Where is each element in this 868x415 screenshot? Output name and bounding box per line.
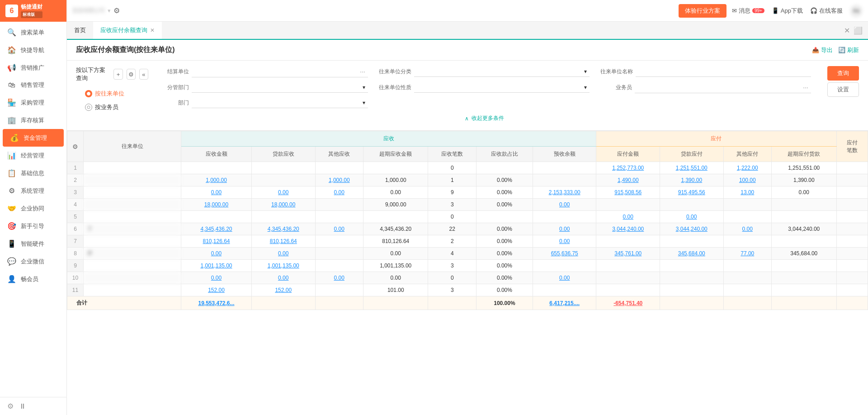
cell-ap-loan[interactable]	[660, 235, 724, 248]
dept-select[interactable]: ▾	[192, 82, 368, 93]
sidebar-item-search[interactable]: 🔍 搜索菜单	[0, 24, 66, 41]
tab-close-btn[interactable]: ✕	[150, 27, 155, 33]
search-option-partner[interactable]: 按往来单位	[81, 88, 148, 100]
cell-ar-other[interactable]	[315, 235, 363, 248]
cell-ap-amount[interactable]	[596, 235, 660, 248]
cell-ar-other[interactable]: 1,000.00	[315, 174, 363, 186]
cell-ap-loan[interactable]: 345,684.00	[660, 248, 724, 260]
header-gear-btn[interactable]: ⚙	[113, 6, 120, 15]
sidebar-item-member[interactable]: 👤 畅会员	[0, 270, 66, 288]
sidebar-item-finance[interactable]: 💰 资金管理	[3, 129, 64, 147]
cell-ar-other[interactable]	[315, 260, 363, 272]
cell-ar-amount[interactable]: 0.00	[181, 272, 252, 284]
cell-ar-loan[interactable]: 0.00	[251, 186, 315, 199]
cell-ap-loan[interactable]: 0.00	[660, 211, 724, 223]
cell-ap-other[interactable]	[723, 260, 771, 272]
cell-ar-prepay[interactable]: 0.00	[533, 223, 596, 235]
cell-ar-other[interactable]: 0.00	[315, 272, 363, 284]
sidebar-item-purchase[interactable]: 🏪 采购管理	[0, 94, 66, 111]
cell-ap-amount[interactable]	[596, 199, 660, 211]
export-btn[interactable]: 📤 导出	[812, 46, 833, 54]
cell-ap-amount[interactable]: 1,490.00	[596, 174, 660, 186]
cell-ap-other[interactable]	[723, 199, 771, 211]
cell-ap-other[interactable]	[723, 211, 771, 223]
cell-ar-other[interactable]	[315, 199, 363, 211]
footer-collapse-btn[interactable]: ⏸	[19, 402, 26, 410]
cell-ar-prepay[interactable]	[533, 284, 596, 296]
cell-ar-amount[interactable]: 1,001,135.00	[181, 260, 252, 272]
table-wrapper[interactable]: ⚙ 往来单位 应收 应付 应付笔数 应收金额 贷款应收 其他应收 超期应收金额 …	[67, 131, 868, 415]
refresh-btn[interactable]: 🔄 刷新	[838, 46, 859, 54]
solution-button[interactable]: 体验行业方案	[679, 4, 726, 18]
user-avatar[interactable]: Rit	[850, 5, 863, 17]
cell-ap-loan[interactable]: 1,251,551.00	[660, 162, 724, 174]
cell-ar-loan[interactable]	[251, 162, 315, 174]
sidebar-item-operations[interactable]: 📊 经营管理	[0, 147, 66, 164]
cell-ar-loan[interactable]: 1,001,135.00	[251, 260, 315, 272]
message-btn[interactable]: ✉ 消息 99+	[732, 7, 764, 15]
cell-ar-other[interactable]	[315, 211, 363, 223]
sidebar-item-marketing[interactable]: 📢 营销推广	[0, 59, 66, 76]
cell-ap-other[interactable]: 1,222.00	[723, 162, 771, 174]
cell-ar-loan[interactable]: 4,345,436.20	[251, 223, 315, 235]
cell-ar-amount[interactable]	[181, 162, 252, 174]
cell-ar-loan[interactable]	[251, 211, 315, 223]
cell-ap-loan[interactable]: 1,390.00	[660, 174, 724, 186]
cell-ar-amount[interactable]: 1,000.00	[181, 174, 252, 186]
cell-ap-amount[interactable]: 1,252,773.00	[596, 162, 660, 174]
cell-ar-prepay[interactable]: 0.00	[533, 199, 596, 211]
cell-ap-other[interactable]: 100.00	[723, 174, 771, 186]
collapse-more-btn[interactable]: ∧ 收起更多条件	[157, 112, 811, 125]
tab-close-window-btn[interactable]: ✕	[844, 26, 850, 35]
cell-ap-other[interactable]	[723, 272, 771, 284]
sidebar-item-basic[interactable]: 📋 基础信息	[0, 164, 66, 182]
cell-ar-prepay[interactable]	[533, 174, 596, 186]
cell-ar-loan[interactable]: 18,000.00	[251, 199, 315, 211]
cell-ap-loan[interactable]	[660, 260, 724, 272]
sidebar-item-shortcut[interactable]: 🏠 快捷导航	[0, 41, 66, 59]
cell-ar-prepay[interactable]: 0.00	[533, 235, 596, 248]
search-option-salesperson[interactable]: 按业务员	[81, 101, 148, 113]
sidebar-item-corp[interactable]: 🤝 企业协同	[0, 200, 66, 217]
cell-ar-other[interactable]	[315, 162, 363, 174]
footer-ap-total[interactable]: -654,751.40	[596, 296, 660, 310]
cell-ar-prepay[interactable]: 655,636.75	[533, 248, 596, 260]
unit-category-select[interactable]: ▾	[414, 67, 590, 77]
cell-ap-other[interactable]: 13.00	[723, 186, 771, 199]
tab-ar-query[interactable]: 应收应付余额查询 ✕	[93, 22, 162, 40]
cell-ap-amount[interactable]: 0.00	[596, 211, 660, 223]
cell-ar-other[interactable]: 0.00	[315, 186, 363, 199]
cell-ap-amount[interactable]	[596, 272, 660, 284]
cell-ap-other[interactable]	[723, 284, 771, 296]
salesperson-picker[interactable]: ···	[803, 84, 808, 91]
cell-ar-prepay[interactable]	[533, 162, 596, 174]
cell-ar-loan[interactable]: 810,126.64	[251, 235, 315, 248]
cell-ar-prepay[interactable]: 2,153,333.00	[533, 186, 596, 199]
cell-ar-other[interactable]	[315, 248, 363, 260]
unit-name-input[interactable]	[636, 67, 811, 77]
sidebar-item-wechat[interactable]: 💬 企业微信	[0, 253, 66, 270]
cell-ar-amount[interactable]: 152.00	[181, 284, 252, 296]
cell-ar-amount[interactable]: 810,126.64	[181, 235, 252, 248]
cell-ar-loan[interactable]: 152.00	[251, 284, 315, 296]
tab-maximize-btn[interactable]: ⬜	[854, 26, 863, 35]
cell-ar-loan[interactable]	[251, 174, 315, 186]
cell-ar-other[interactable]	[315, 284, 363, 296]
department-select[interactable]: ▾	[192, 98, 368, 108]
add-scheme-btn[interactable]: +	[113, 69, 123, 80]
cell-ar-prepay[interactable]	[533, 260, 596, 272]
cell-ar-amount[interactable]	[181, 211, 252, 223]
cell-ap-amount[interactable]: 345,761.00	[596, 248, 660, 260]
sidebar-item-sales[interactable]: 🛍 销售管理	[0, 76, 66, 94]
online-service-btn[interactable]: 🎧 在线客服	[810, 7, 843, 15]
cell-ap-loan[interactable]	[660, 272, 724, 284]
cell-ar-prepay[interactable]	[533, 211, 596, 223]
sidebar-item-system[interactable]: ⚙ 系统管理	[0, 182, 66, 200]
cell-ar-amount[interactable]: 18,000.00	[181, 199, 252, 211]
cell-ap-loan[interactable]: 915,495.56	[660, 186, 724, 199]
tab-home[interactable]: 首页	[67, 21, 93, 39]
cell-ap-other[interactable]	[723, 235, 771, 248]
cell-ap-loan[interactable]: 3,044,240.00	[660, 223, 724, 235]
unit-nature-select[interactable]: ▾	[414, 82, 590, 93]
cell-ap-loan[interactable]	[660, 199, 724, 211]
